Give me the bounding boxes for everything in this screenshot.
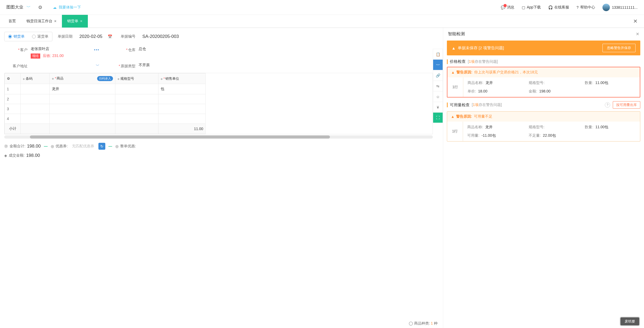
table-row[interactable]: 1 龙井 包 [5, 84, 206, 94]
swap-icon[interactable]: ⇆ [433, 81, 443, 91]
invoice-label: 票据类型 [121, 64, 135, 68]
close-icon[interactable]: ✕ [80, 19, 83, 23]
cell-spec[interactable] [115, 84, 158, 94]
tab-workbench[interactable]: 钱货日清工作台 ✕ [21, 15, 62, 28]
warning-reason: ▲ 警告原因: 你上次与该客户交易价格21，本次18元 [447, 67, 640, 77]
warehouse-input[interactable]: 总仓 [139, 47, 146, 51]
form-fields-2: 客户地址 ﹀ *票据类型 不开票 [4, 61, 443, 71]
coupon-icon: ◎ [51, 144, 54, 148]
close-icon[interactable]: ✕ [54, 19, 57, 23]
cell-barcode[interactable] [21, 84, 50, 94]
panel-title: 智能检测 [448, 31, 465, 37]
customer-input[interactable]: 老张茶叶店 [31, 47, 99, 51]
radio-return[interactable]: 退货单 [28, 32, 52, 41]
nav-online-service[interactable]: 🎧 在线客服 [548, 5, 569, 10]
scrollbar-thumb[interactable] [30, 135, 330, 139]
scan-entry-button[interactable]: 扫码录入 [97, 76, 113, 81]
horizontal-scrollbar[interactable] [4, 135, 433, 139]
nav-app-label: App下载 [527, 5, 541, 10]
radio-sale[interactable]: 销货单 [4, 32, 28, 41]
settle-badge: 现结 [31, 54, 40, 59]
col-unit[interactable]: ◆*销售单位 [158, 73, 206, 84]
accent-bar [447, 59, 448, 64]
circle-icon: ◯ [409, 321, 413, 325]
close-icon[interactable]: ✕ [636, 32, 639, 37]
doc-no-value: SA-20200205-003 [142, 34, 179, 39]
tab-home[interactable]: 首页 [3, 15, 21, 28]
warning-body: 1行 商品名称:龙井 规格型号: 数量:11.00包 单价:18.00 金额:1… [447, 77, 640, 97]
reason-text: 可用量不足 [474, 114, 492, 119]
calendar-icon[interactable]: 📅 [108, 34, 112, 39]
col-product[interactable]: ◆*商品扫码录入 [50, 73, 115, 84]
warning-icon: ▲ [451, 114, 455, 119]
table-row[interactable]: 2 [5, 94, 206, 104]
topbar: 图图大业 ﹀ ⚙ ☁ 我要体验一下 💬 消息 ▢ App下载 🎧 在线客服 ? … [0, 0, 644, 15]
col-barcode[interactable]: ◆条码 [21, 73, 50, 84]
expand-icon[interactable]: ⛶ [433, 112, 443, 123]
chevron-down-icon[interactable]: ﹀ [96, 63, 99, 68]
tab-sales[interactable]: 销货单 ✕ [62, 15, 88, 28]
radio-sale-label: 销货单 [13, 34, 25, 39]
minus-icon: — [44, 144, 48, 148]
tabs-row: 首页 钱货日清工作台 ✕ 销货单 ✕ ✕ [0, 15, 644, 28]
col-settings[interactable]: ⚙ [5, 73, 21, 84]
main: 销货单 退货单 单据日期 2020-02-05 📅 单据编号 SA-202002… [0, 28, 644, 328]
subtotal-label: 小计 [5, 124, 21, 134]
product-kinds-label: 商品种类: [414, 321, 430, 325]
reason-text: 你上次与该客户交易价格21，本次18元 [474, 70, 538, 75]
close-all-tabs-icon[interactable]: ✕ [630, 18, 641, 24]
table-row[interactable]: 4 [5, 114, 206, 124]
nav-help-center[interactable]: ? 帮助中心 [577, 5, 595, 10]
section-header: 价格检查 [1项存在警告问题] [447, 59, 640, 64]
refresh-icon[interactable]: ↻ [98, 143, 105, 150]
clipboard-icon[interactable]: 📋 [433, 49, 443, 59]
row-index: 1 [5, 84, 21, 94]
username: 13381111111... [612, 5, 638, 10]
chart-icon[interactable]: 〰 [433, 59, 443, 70]
more-icon[interactable]: ••• [94, 48, 99, 52]
field-customer-addr: 客户地址 ﹀ [4, 63, 99, 69]
date-value[interactable]: 2020-02-05 [79, 34, 102, 39]
person-icon[interactable]: ☺ [433, 91, 443, 102]
nav-messages[interactable]: 💬 消息 [501, 5, 514, 10]
receivable-value: 231.00 [52, 54, 64, 58]
availability-check-section: 可用量检查 [1项存在警告问题] ? 按可用量出库 ▲ 警告原因: 可用量不足 … [447, 101, 640, 141]
tab-home-label: 首页 [8, 19, 16, 24]
order-discount-segment: ◎ 整单优惠: [115, 144, 136, 149]
doc-no-label: 单据编号 [121, 34, 135, 39]
coupon-input[interactable]: 无匹配优惠券 [69, 143, 97, 150]
gear-icon: ⚙ [7, 77, 10, 81]
customer-addr-input[interactable] [31, 63, 32, 67]
table-row[interactable]: 3 [5, 104, 206, 114]
totals-row: ㉧ 金额合计: 198.00 — ◎ 优惠券: 无匹配优惠券 ↻ — ◎ 整单优… [4, 143, 443, 150]
warning-reason: ▲ 警告原因: 可用量不足 [447, 112, 640, 122]
side-toolbar: 📋 〰 🔗 ⇆ ☺ ¥ ⛶ [433, 49, 443, 123]
nav-app-download[interactable]: ▢ App下载 [522, 5, 541, 10]
help-icon[interactable]: ? [605, 102, 610, 108]
help-icon: ? [577, 5, 579, 10]
currency-icon[interactable]: ¥ [433, 102, 443, 112]
link-icon[interactable]: 🔗 [433, 70, 443, 81]
user-menu[interactable]: 13381111111... [602, 4, 638, 11]
warning-card: ▲ 警告原因: 可用量不足 1行 商品名称:龙井 规格型号: 数量:11.00包… [447, 111, 640, 141]
trash-button[interactable]: 废纸篓 [620, 317, 639, 325]
cell-product[interactable]: 龙井 [50, 84, 115, 94]
smart-check-panel: 智能检测 ✕ ▲ 单据未保存 [2 项警告问题] 忽略警告并保存 价格检查 [1… [443, 28, 644, 328]
nav-messages-label: 消息 [507, 5, 514, 10]
discount-icon: ◎ [115, 144, 119, 148]
col-spec[interactable]: ◆规格型号 [115, 73, 158, 84]
warehouse-label: 仓库 [128, 48, 135, 52]
gear-icon[interactable]: ⚙ [38, 5, 42, 10]
tab-sales-label: 销货单 [67, 19, 78, 24]
deal-value: 198.00 [26, 153, 40, 158]
field-warehouse: *仓库 总仓 [112, 47, 176, 59]
deal-label: 成交金额: [9, 153, 25, 158]
subtotal-value: 11.00 [158, 124, 206, 134]
ignore-save-button[interactable]: 忽略警告并保存 [602, 44, 636, 52]
date-label: 单据日期 [58, 34, 72, 39]
company-selector[interactable]: 图图大业 ﹀ [6, 5, 31, 10]
out-by-avail-button[interactable]: 按可用量出库 [613, 101, 640, 109]
experience-link[interactable]: ☁ 我要体验一下 [53, 5, 81, 10]
cell-unit[interactable]: 包 [158, 84, 206, 94]
invoice-input[interactable]: 不开票 [139, 63, 150, 67]
